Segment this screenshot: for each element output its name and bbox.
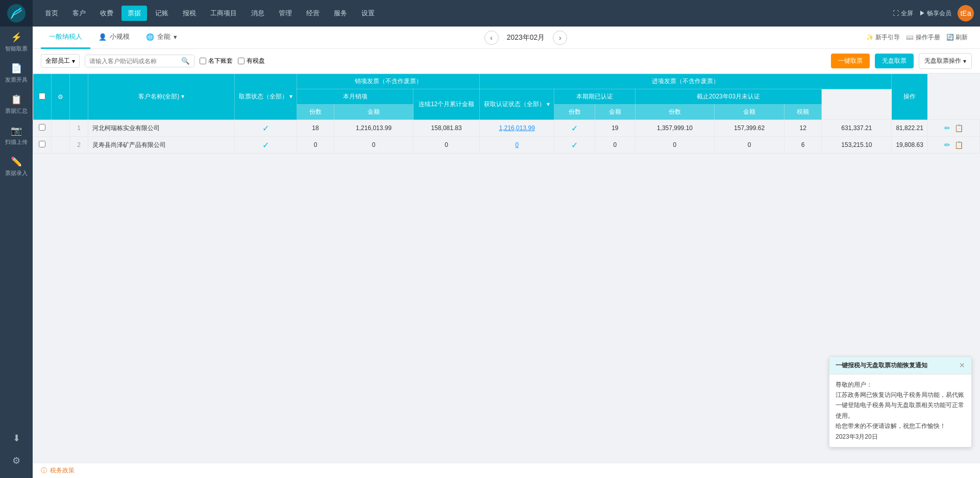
cell-tax3-2: 19,808.63 [892, 137, 927, 154]
sidebar-item-scan-upload[interactable]: 📷 扫描上传 [0, 120, 33, 151]
nav-settings[interactable]: 设置 [355, 6, 381, 21]
nav-home[interactable]: 首页 [39, 6, 64, 21]
tab-all[interactable]: 🌐 全能 ▾ [138, 27, 185, 49]
data-entry-icon: ✏️ [11, 156, 22, 167]
main-table: ⚙ 客户名称(全部) ▾ 取票状态（全部） ▾ 销项发票（不含作废票） 进项发票… [33, 73, 980, 154]
notification-line2: 江苏政务网已恢复访问电子税务局功能，易代账一键登陆电子税务局与无盘取票相关功能可… [836, 390, 965, 421]
cell-checkbox-2[interactable] [33, 137, 52, 154]
cell-qty3-1: 12 [785, 120, 822, 137]
cell-tax2-1: 157,399.62 [714, 120, 784, 137]
notification-panel: 一键报税与无盘取票功能恢复通知 ✕ 尊敬的用户： 江苏政务网已恢复访问电子税务局… [829, 357, 972, 447]
search-button[interactable]: 🔍 [177, 55, 194, 67]
notification-header: 一键报税与无盘取票功能恢复通知 ✕ [829, 357, 971, 374]
notification-date: 2023年3月20日 [836, 432, 965, 442]
no-disk-ops-button[interactable]: 无盘取票操作 ▾ [919, 53, 972, 69]
th-qty2: 份数 [554, 105, 595, 120]
th-recog-status: 获取认证状态（全部） ▾ [480, 89, 554, 120]
cell-qty1-1: 18 [297, 120, 334, 137]
nav-billing[interactable]: 收费 [94, 6, 119, 21]
notification-body: 尊敬的用户： 江苏政务网已恢复访问电子税务局功能，易代账一键登陆电子税务局与无盘… [829, 374, 971, 447]
th-customer: 客户名称(全部) ▾ [88, 74, 235, 120]
th-purchase-invoice: 进项发票（不含作废票） [480, 74, 892, 89]
nav-invoice[interactable]: 票据 [121, 6, 147, 21]
search-box: 🔍 [85, 55, 194, 67]
cell-amount2-1: 1,357,999.10 [635, 120, 714, 137]
detail-button-1[interactable]: 📋 [953, 123, 964, 133]
cell-seq-1: 1 [70, 120, 88, 137]
cell-checkbox-1[interactable] [33, 120, 52, 137]
settings-icon[interactable]: ⚙ [7, 451, 26, 470]
select-all-checkbox[interactable] [39, 93, 45, 99]
detail-button-2[interactable]: 📋 [953, 140, 964, 150]
nav-operations[interactable]: 经营 [300, 6, 326, 21]
fullscreen-btn[interactable]: ⛶ 全屏 [893, 9, 913, 18]
nav-accounts[interactable]: 记账 [149, 6, 175, 21]
next-month-button[interactable]: › [553, 31, 567, 45]
notification-close-button[interactable]: ✕ [959, 361, 965, 369]
tax-policy-text[interactable]: 税务政策 [50, 466, 75, 475]
th-amount2: 金额 [595, 105, 635, 120]
cell-recog-status-1: ✓ [554, 120, 595, 137]
top-navigation: 首页 客户 收费 票据 记账 报税 工商项目 消息 管理 经营 服务 设置 ⛶ … [33, 0, 980, 27]
cell-qty3-2: 6 [785, 137, 822, 154]
checkbox-my-accounts[interactable]: 名下账套 [200, 57, 233, 65]
th-settings: ⚙ [52, 74, 70, 120]
prev-month-button[interactable]: ‹ [484, 31, 499, 45]
sidebar-item-invoice-summary[interactable]: 📋 票据汇总 [0, 89, 33, 120]
sidebar-bottom: ⬇ ⚙ [7, 429, 26, 478]
employee-select[interactable]: 全部员工 ▾ [41, 54, 80, 68]
th-current-period-recognized: 本期期已认证 [554, 89, 635, 105]
scan-upload-icon: 📷 [11, 125, 22, 136]
th-sales-invoice: 销项发票（不含作废票） [297, 74, 480, 89]
th-operations: 操作 [892, 74, 927, 120]
new-guide-btn[interactable]: ✨ 新手引导 [866, 33, 900, 42]
th-qty1: 份数 [297, 105, 334, 120]
manual-btn[interactable]: 📖 操作手册 [906, 33, 940, 42]
cell-settings-1 [52, 120, 70, 137]
vip-btn[interactable]: ▶ 畅享会员 [919, 9, 951, 18]
th-fetch-status: 取票状态（全部） ▾ [234, 74, 297, 120]
cell-amount3-2: 153,215.10 [822, 137, 892, 154]
no-disk-fetch-button[interactable]: 无盘取票 [875, 54, 914, 68]
nav-tax[interactable]: 报税 [177, 6, 202, 21]
cell-seq-2: 2 [70, 137, 88, 154]
sidebar-item-smart-fetch[interactable]: ⚡ 智能取票 [0, 27, 33, 58]
nav-message[interactable]: 消息 [245, 6, 271, 21]
cell-tax1-1: 158,081.83 [413, 120, 480, 137]
th-amount1: 金额 [334, 105, 413, 120]
table-row: 1 河北柯瑞栋实业有限公司 ✓ 18 1,216,013.99 158,081.… [33, 120, 980, 137]
cell-qty2-1: 19 [595, 120, 635, 137]
sidebar-item-issue-invoice[interactable]: 📄 发票开具 [0, 58, 33, 89]
cell-customer-1: 河北柯瑞栋实业有限公司 [88, 120, 235, 137]
one-click-fetch-button[interactable]: 一键取票 [831, 54, 870, 68]
tax-policy-icon: ⓘ [41, 466, 47, 475]
month-navigation: ‹ 2023年02月 › [484, 31, 568, 45]
nav-customer[interactable]: 客户 [66, 6, 92, 21]
th-qty3: 份数 [635, 105, 714, 120]
refresh-btn[interactable]: 🔄 刷新 [946, 33, 968, 42]
download-icon[interactable]: ⬇ [7, 429, 26, 447]
cell-settings-2 [52, 137, 70, 154]
edit-button-1[interactable]: ✏ [943, 123, 951, 133]
th-current-month-sales: 本月销项 [297, 89, 413, 105]
notification-line3: 给您带来的不便请谅解，祝您工作愉快！ [836, 421, 965, 431]
tab-small[interactable]: 👤 小规模 [90, 27, 138, 49]
search-input[interactable] [85, 56, 177, 67]
avatar[interactable]: tEa [958, 5, 974, 21]
tab-general[interactable]: 一般纳税人 [41, 27, 90, 49]
cell-fetch-status-1: ✓ [234, 120, 297, 137]
cell-recog-status-2: ✓ [554, 137, 595, 154]
notification-line1: 尊敬的用户： [836, 380, 965, 390]
sidebar-item-data-entry[interactable]: ✏️ 票据录入 [0, 151, 33, 182]
cell-action-1: ✏ 📋 [927, 120, 979, 137]
nav-management[interactable]: 管理 [273, 6, 298, 21]
cell-action-2: ✏ 📋 [927, 137, 979, 154]
invoice-summary-icon: 📋 [11, 94, 22, 105]
checkbox-has-disk[interactable]: 有税盘 [238, 57, 265, 65]
cell-amount2-2: 0 [635, 137, 714, 154]
th-until-2023-03: 截止2023年03月未认证 [635, 89, 821, 105]
nav-service[interactable]: 服务 [328, 6, 353, 21]
smart-fetch-icon: ⚡ [11, 32, 22, 43]
nav-business[interactable]: 工商项目 [204, 6, 243, 21]
edit-button-2[interactable]: ✏ [943, 140, 951, 150]
